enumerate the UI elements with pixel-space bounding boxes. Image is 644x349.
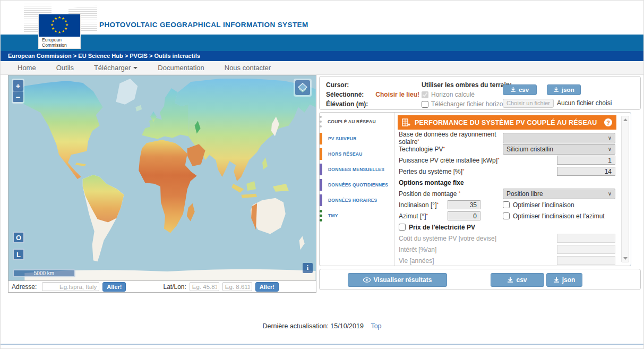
upload-horizon-label: Télécharger fichier horizon xyxy=(431,99,506,109)
optimize-both-label: Optimiser l'inclinaison et l'azimut xyxy=(513,212,605,220)
solar-radiation-map xyxy=(8,75,316,280)
map-scale-bar: 5000 km xyxy=(13,269,75,277)
losses-input[interactable] xyxy=(557,167,615,176)
tab-couple-au-reseau[interactable]: COUPLÉ AU RÉSEAU xyxy=(320,116,394,127)
zoom-in-button[interactable]: + xyxy=(13,80,23,91)
choose-file-button[interactable]: Choisir un fichier xyxy=(503,99,554,108)
download-icon xyxy=(508,277,513,283)
map-panel: + − O L i 5000 km Adresse: Aller! Lat/Lo… xyxy=(8,75,316,293)
slope-input[interactable] xyxy=(448,200,480,209)
download-json-button[interactable]: json xyxy=(547,84,581,95)
download-icon xyxy=(554,277,559,283)
header-band xyxy=(1,35,643,51)
lifetime-label: Vie [années] xyxy=(399,257,557,265)
mounting-options-heading: Options montage fixe xyxy=(399,179,464,186)
pv-system-icon xyxy=(402,118,410,126)
scroll-down-icon[interactable] xyxy=(623,257,628,260)
latlon-label: Lat/Lon: xyxy=(163,283,186,291)
nav-item-nous-contacter[interactable]: Nous contacter xyxy=(225,64,271,72)
scroll-up-icon[interactable] xyxy=(623,118,628,121)
main-nav: Home Outils Télécharger Documentation No… xyxy=(1,61,643,75)
map-zoom-control: + − xyxy=(12,79,24,104)
footer-divider xyxy=(1,344,643,345)
zoom-out-button[interactable]: − xyxy=(13,91,23,102)
world-map[interactable]: + − O L i 5000 km xyxy=(8,75,316,281)
layers-icon xyxy=(295,80,310,95)
results-json-button[interactable]: json xyxy=(546,273,582,287)
map-info-button[interactable]: i xyxy=(303,263,313,273)
eu-flag-icon: ★★★ ★★★ ★★★ ★★★ xyxy=(39,14,80,37)
svg-text:★: ★ xyxy=(54,16,57,21)
visualize-results-button[interactable]: Visualiser résultats xyxy=(348,273,447,287)
optimize-slope-checkbox[interactable] xyxy=(503,201,510,208)
tab-pv-suiveur[interactable]: PV SUIVEUR xyxy=(320,133,394,144)
address-input[interactable] xyxy=(42,282,99,291)
map-l-button[interactable]: L xyxy=(13,249,24,260)
mounting-position-select[interactable]: Position libre∨ xyxy=(503,189,615,199)
svg-text:★: ★ xyxy=(51,27,55,31)
svg-text:★: ★ xyxy=(62,29,65,33)
form-header: PERFORMANCE DU SYSTÈME PV COUPLÉ AU RÉSE… xyxy=(398,115,616,130)
choose-location-link[interactable]: Choisir le lieu! xyxy=(375,91,419,98)
pv-price-checkbox[interactable] xyxy=(399,224,406,231)
azimuth-input[interactable] xyxy=(448,211,480,220)
selected-label: Sélectionné: xyxy=(326,91,364,98)
caret-down-icon xyxy=(133,67,138,69)
nav-item-outils[interactable]: Outils xyxy=(56,64,74,72)
tab-donnees-horaires[interactable]: DONNÉES HORAIRES xyxy=(320,194,394,206)
technology-label: Technologie PV* xyxy=(399,146,503,153)
database-label: Base de données de rayonnement solaire* xyxy=(399,131,503,146)
mounting-position-label: Position de montage * xyxy=(399,190,503,198)
grid-connected-form: PERFORMANCE DU SYSTÈME PV COUPLÉ AU RÉSE… xyxy=(395,113,619,266)
database-select[interactable]: ∨ xyxy=(503,133,615,143)
interest-input[interactable] xyxy=(557,245,615,254)
optimize-both-checkbox[interactable] xyxy=(503,212,510,219)
last-update-label: Dernière actualisation: xyxy=(262,322,328,330)
upload-horizon-checkbox[interactable] xyxy=(422,101,428,108)
lifetime-input[interactable] xyxy=(557,256,615,265)
system-cost-label: Coût du système PV [votre devise] xyxy=(399,235,557,242)
peak-power-input[interactable] xyxy=(557,156,615,165)
terrain-shadows-heading: Utiliser les ombres du terrain: xyxy=(422,80,512,90)
form-title: PERFORMANCE DU SYSTÈME PV COUPLÉ AU RÉSE… xyxy=(415,119,600,126)
chevron-down-icon: ∨ xyxy=(608,135,612,141)
help-icon[interactable]: ? xyxy=(604,118,612,126)
horizon-calculated-label: Horizon calculé xyxy=(431,90,475,99)
latlon-go-button[interactable]: Aller! xyxy=(255,282,279,292)
svg-text:★: ★ xyxy=(58,15,61,20)
tab-donnees-quotidiennes[interactable]: DONNÉES QUOTIDIENNES xyxy=(320,179,394,191)
eye-icon xyxy=(363,277,371,283)
results-csv-button[interactable]: csv xyxy=(491,273,544,287)
address-label: Adresse: xyxy=(12,283,37,291)
cursor-panel: Cursor: Sélectionné:Choisir le lieu! Élé… xyxy=(319,76,641,110)
tab-donnees-mensuelles[interactable]: DONNÉES MENSUELLES xyxy=(320,164,394,175)
system-cost-input[interactable] xyxy=(557,234,615,243)
tool-panel: COUPLÉ AU RÉSEAU PV SUIVEUR HORS RÉSEAU … xyxy=(319,112,631,266)
latitude-input[interactable] xyxy=(190,282,219,291)
address-bar: Adresse: Aller! Lat/Lon: Aller! xyxy=(8,281,316,293)
tool-tabs: COUPLÉ AU RÉSEAU PV SUIVEUR HORS RÉSEAU … xyxy=(320,113,395,266)
map-o-button[interactable]: O xyxy=(13,232,24,243)
interest-label: Intérêt [%/an] xyxy=(399,246,557,253)
pvgis-page: ★★★ ★★★ ★★★ ★★★ European Commission PHOT… xyxy=(0,0,644,349)
nav-item-home[interactable]: Home xyxy=(18,64,36,72)
optimize-slope-label: Optimiser l'inclinaison xyxy=(513,201,574,209)
eu-flag-stars-icon: ★★★ ★★★ ★★★ ★★★ xyxy=(39,14,80,37)
horizon-calculated-checkbox[interactable] xyxy=(422,91,428,98)
address-go-button[interactable]: Aller! xyxy=(102,282,126,292)
nav-item-telecharger[interactable]: Télécharger xyxy=(94,64,138,72)
technology-select[interactable]: Silicium cristallin∨ xyxy=(503,144,615,155)
tab-tmy[interactable]: TMY xyxy=(320,210,394,222)
download-csv-button[interactable]: csv xyxy=(503,84,537,95)
form-scrollbar[interactable] xyxy=(621,116,629,262)
commission-label: European Commission xyxy=(39,37,80,48)
top-link[interactable]: Top xyxy=(371,322,381,330)
european-commission-logo[interactable]: ★★★ ★★★ ★★★ ★★★ European Commission xyxy=(39,14,80,48)
cursor-label: Cursor: xyxy=(326,81,349,89)
breadcrumb[interactable]: European Commission > EU Science Hub > P… xyxy=(1,51,643,61)
nav-item-documentation[interactable]: Documentation xyxy=(158,64,204,72)
longitude-input[interactable] xyxy=(222,282,252,291)
tab-hors-reseau[interactable]: HORS RÉSEAU xyxy=(320,148,394,160)
layer-switcher-button[interactable] xyxy=(294,79,312,97)
svg-text:★: ★ xyxy=(58,30,61,35)
